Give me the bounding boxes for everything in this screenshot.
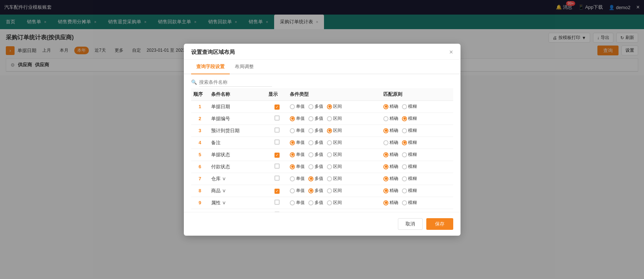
match-radio-match_fuzzy[interactable]: 模糊 — [402, 164, 417, 170]
row-show-checkbox[interactable] — [266, 137, 288, 149]
row-order: 9 — [191, 197, 209, 209]
match-radio-match_exact[interactable]: 精确 — [383, 152, 398, 158]
type-radio-type_range[interactable]: 区间 — [327, 164, 342, 170]
match-radio-match_exact[interactable]: 精确 — [383, 140, 398, 146]
row-type: 单值多值区间 — [288, 197, 381, 209]
show-checkbox-icon[interactable] — [274, 189, 280, 194]
row-match: 精确模糊 — [381, 113, 453, 125]
type-radio-type_range[interactable]: 区间 — [327, 188, 342, 194]
type-radio-type_single[interactable]: 单值 — [290, 115, 305, 122]
type-radio-type_range[interactable]: 区间 — [327, 103, 342, 110]
type-radio-type_multi[interactable]: 多值 — [308, 115, 323, 122]
tab-query-fields[interactable]: 查询字段设置 — [191, 60, 230, 74]
type-radio-type_single[interactable]: 单值 — [290, 188, 305, 194]
match-radio-match_exact[interactable]: 精确 — [383, 103, 398, 110]
row-show-checkbox[interactable] — [266, 161, 288, 173]
match-radio-match_fuzzy[interactable]: 模糊 — [402, 140, 417, 146]
match-radio-match_exact[interactable]: 精确 — [383, 115, 398, 122]
type-radio-type_range[interactable]: 区间 — [327, 152, 342, 158]
type-radio-type_single[interactable]: 单值 — [290, 127, 305, 134]
show-checkbox-icon[interactable] — [274, 153, 280, 158]
type-radio-type_range[interactable]: 区间 — [327, 140, 342, 146]
type-radio-type_multi[interactable]: 多值 — [308, 103, 323, 110]
show-checkbox-icon[interactable] — [274, 127, 280, 133]
type-radio-type_single[interactable]: 单值 — [290, 140, 305, 146]
show-checkbox-icon[interactable] — [274, 176, 280, 181]
save-button[interactable]: 保存 — [426, 218, 453, 230]
search-icon: 🔍 — [191, 79, 197, 85]
show-checkbox-icon[interactable] — [274, 164, 280, 169]
radio-circle-icon — [327, 116, 332, 121]
type-radio-type_range[interactable]: 区间 — [327, 176, 342, 182]
radio-circle-icon — [308, 116, 313, 121]
match-radio-match_fuzzy[interactable]: 模糊 — [402, 200, 417, 206]
row-order: 6 — [191, 161, 209, 173]
table-header-row: 顺序 条件名称 显示 条件类型 匹配原则 — [191, 88, 453, 101]
match-radio-match_fuzzy[interactable]: 模糊 — [402, 115, 417, 122]
show-checkbox-icon[interactable] — [274, 115, 280, 121]
radio-circle-icon — [383, 152, 388, 157]
match-radio-match_exact[interactable]: 精确 — [383, 164, 398, 170]
type-radio-type_multi[interactable]: 多值 — [308, 140, 323, 146]
row-type: 单值多值区间 — [288, 209, 381, 212]
type-radio-type_single[interactable]: 单值 — [290, 152, 305, 158]
type-radio-type_multi[interactable]: 多值 — [308, 152, 323, 158]
dialog-search-area: 🔍 — [184, 74, 461, 88]
radio-circle-icon — [308, 140, 313, 145]
cancel-button[interactable]: 取消 — [398, 218, 423, 230]
row-type: 单值多值区间 — [288, 125, 381, 137]
type-radio-type_multi[interactable]: 多值 — [308, 176, 323, 182]
type-radio-type_single[interactable]: 单值 — [290, 164, 305, 170]
type-radio-type_single[interactable]: 单值 — [290, 103, 305, 110]
match-radio-match_exact[interactable]: 精确 — [383, 200, 398, 206]
row-show-checkbox[interactable] — [266, 197, 288, 209]
row-show-checkbox[interactable] — [266, 185, 288, 197]
table-row: 9属性 ∨单值多值区间精确模糊 — [191, 197, 453, 209]
dialog-tabs: 查询字段设置 布局调整 — [184, 60, 461, 74]
type-radio-type_single[interactable]: 单值 — [290, 176, 305, 182]
match-radio-match_fuzzy[interactable]: 模糊 — [402, 188, 417, 194]
type-radio-type_single[interactable]: 单值 — [290, 200, 305, 206]
show-checkbox-icon[interactable] — [274, 140, 280, 145]
radio-circle-icon — [327, 128, 332, 133]
row-show-checkbox[interactable] — [266, 125, 288, 137]
row-show-checkbox[interactable] — [266, 173, 288, 185]
match-radio-match_exact[interactable]: 精确 — [383, 188, 398, 194]
type-radio-type_multi[interactable]: 多值 — [308, 200, 323, 206]
match-radio-match_exact[interactable]: 精确 — [383, 127, 398, 134]
type-radio-type_multi[interactable]: 多值 — [308, 188, 323, 194]
show-checkbox-icon[interactable] — [274, 200, 280, 205]
type-radio-type_range[interactable]: 区间 — [327, 115, 342, 122]
type-radio-type_multi[interactable]: 多值 — [308, 164, 323, 170]
row-show-checkbox[interactable] — [266, 113, 288, 125]
row-show-checkbox[interactable] — [266, 149, 288, 161]
radio-circle-icon — [402, 176, 407, 181]
row-type: 单值多值区间 — [288, 173, 381, 185]
row-type: 单值多值区间 — [288, 137, 381, 149]
radio-circle-icon — [327, 200, 332, 205]
type-radio-type_multi[interactable]: 多值 — [308, 127, 323, 134]
match-radio-match_exact[interactable]: 精确 — [383, 176, 398, 182]
row-order: 3 — [191, 125, 209, 137]
match-radio-match_fuzzy[interactable]: 模糊 — [402, 152, 417, 158]
row-show-checkbox[interactable] — [266, 101, 288, 113]
match-radio-match_fuzzy[interactable]: 模糊 — [402, 176, 417, 182]
match-radio-match_fuzzy[interactable]: 模糊 — [402, 103, 417, 110]
row-order: 4 — [191, 137, 209, 149]
dialog-close-btn[interactable]: × — [449, 49, 453, 55]
table-row: 3预计到货日期单值多值区间精确模糊 — [191, 125, 453, 137]
radio-circle-icon — [383, 128, 388, 133]
radio-circle-icon — [383, 188, 388, 193]
row-match: 精确模糊 — [381, 209, 453, 212]
match-radio-match_fuzzy[interactable]: 模糊 — [402, 127, 417, 134]
row-condition-name: 付款状态 — [209, 161, 266, 173]
tab-layout-adjust[interactable]: 布局调整 — [230, 60, 259, 74]
row-show-checkbox[interactable] — [266, 209, 288, 212]
dialog-table: 顺序 条件名称 显示 条件类型 匹配原则 1单据日期单值多值区间精确模糊2单据编… — [191, 88, 453, 212]
type-radio-type_range[interactable]: 区间 — [327, 200, 342, 206]
row-condition-name: 商品 ∨ — [209, 185, 266, 197]
row-type: 单值多值区间 — [288, 101, 381, 113]
show-checkbox-icon[interactable] — [274, 105, 280, 110]
type-radio-type_range[interactable]: 区间 — [327, 127, 342, 134]
condition-search-input[interactable] — [199, 78, 272, 87]
